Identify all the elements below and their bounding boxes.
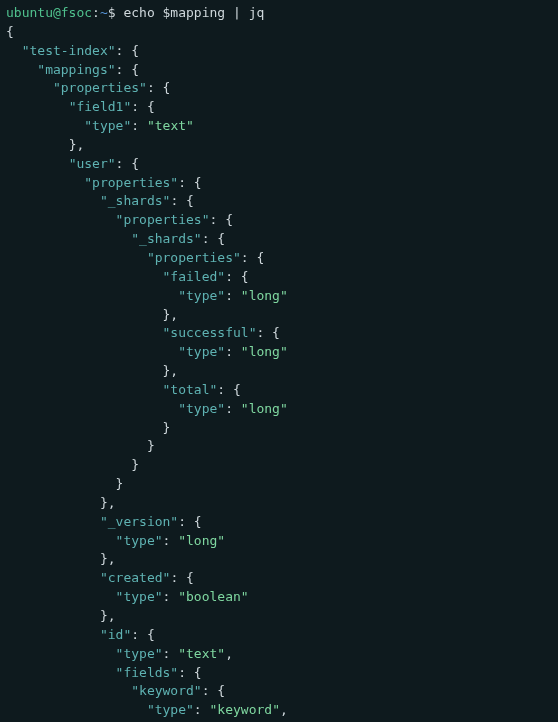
json-punct: : { <box>210 212 233 227</box>
json-punct: }, <box>100 608 116 623</box>
json-line: }, <box>6 306 552 325</box>
json-string: "long" <box>241 401 288 416</box>
json-punct: : { <box>217 382 240 397</box>
json-line: "properties": { <box>6 174 552 193</box>
json-line: "test-index": { <box>6 42 552 61</box>
json-string: "text" <box>178 646 225 661</box>
json-punct: } <box>131 457 139 472</box>
json-line: "user": { <box>6 155 552 174</box>
json-string: "long" <box>241 344 288 359</box>
json-string: "keyword" <box>210 702 280 717</box>
json-punct: : <box>225 344 241 359</box>
json-punct: : <box>225 288 241 303</box>
json-key: "_shards" <box>131 231 201 246</box>
json-line: "type": "text" <box>6 117 552 136</box>
json-line: } <box>6 437 552 456</box>
json-line: "_shards": { <box>6 192 552 211</box>
json-punct: : { <box>147 80 170 95</box>
json-punct: }, <box>163 307 179 322</box>
json-output: { "test-index": { "mappings": { "propert… <box>6 23 552 720</box>
json-line: "type": "long" <box>6 532 552 551</box>
json-key: "created" <box>100 570 170 585</box>
json-string: "boolean" <box>178 589 248 604</box>
json-punct: : { <box>170 570 193 585</box>
json-line: "failed": { <box>6 268 552 287</box>
json-line: "_shards": { <box>6 230 552 249</box>
json-key: "type" <box>116 589 163 604</box>
json-line: } <box>6 456 552 475</box>
prompt-line: ubuntu@fsoc:~$ echo $mapping | jq <box>6 4 552 23</box>
prompt-user-host: ubuntu@fsoc <box>6 5 92 20</box>
json-punct: : <box>163 589 179 604</box>
json-string: "text" <box>147 118 194 133</box>
json-line: }, <box>6 607 552 626</box>
json-key: "_shards" <box>100 193 170 208</box>
json-punct: : { <box>178 514 201 529</box>
json-key: "test-index" <box>22 43 116 58</box>
json-line: "created": { <box>6 569 552 588</box>
prompt-sep: : <box>92 5 100 20</box>
terminal[interactable]: ubuntu@fsoc:~$ echo $mapping | jq { "tes… <box>6 4 552 720</box>
json-line: "type": "long" <box>6 287 552 306</box>
json-key: "type" <box>147 702 194 717</box>
json-string: "long" <box>178 533 225 548</box>
json-key: "type" <box>116 533 163 548</box>
json-key: "successful" <box>163 325 257 340</box>
json-line: "type": "boolean" <box>6 588 552 607</box>
json-line: "keyword": { <box>6 682 552 701</box>
json-punct: : { <box>178 175 201 190</box>
json-key: "keyword" <box>131 683 201 698</box>
json-line: "type": "keyword", <box>6 701 552 720</box>
json-punct: : <box>131 118 147 133</box>
json-line: "properties": { <box>6 249 552 268</box>
json-line: "mappings": { <box>6 61 552 80</box>
json-punct: } <box>147 438 155 453</box>
json-key: "user" <box>69 156 116 171</box>
json-punct: : { <box>178 665 201 680</box>
json-key: "_version" <box>100 514 178 529</box>
json-line: "successful": { <box>6 324 552 343</box>
json-punct: : <box>163 533 179 548</box>
json-key: "properties" <box>147 250 241 265</box>
json-punct: : { <box>241 250 264 265</box>
json-line: "type": "text", <box>6 645 552 664</box>
json-punct: }, <box>69 137 85 152</box>
json-key: "field1" <box>69 99 132 114</box>
json-line: }, <box>6 494 552 513</box>
json-line: } <box>6 475 552 494</box>
json-key: "type" <box>84 118 131 133</box>
json-punct: }, <box>100 495 116 510</box>
json-punct: : <box>163 646 179 661</box>
json-punct: : { <box>202 683 225 698</box>
json-punct: { <box>6 24 14 39</box>
json-line: "properties": { <box>6 211 552 230</box>
json-line: "properties": { <box>6 79 552 98</box>
json-punct: }, <box>163 363 179 378</box>
json-punct: : { <box>225 269 248 284</box>
json-line: "_version": { <box>6 513 552 532</box>
json-line: }, <box>6 136 552 155</box>
json-punct: : { <box>256 325 279 340</box>
json-key: "fields" <box>116 665 179 680</box>
json-punct: } <box>163 420 171 435</box>
json-punct: : { <box>116 62 139 77</box>
json-punct: : <box>225 401 241 416</box>
json-punct: : { <box>170 193 193 208</box>
json-line: { <box>6 23 552 42</box>
json-punct: : <box>194 702 210 717</box>
json-string: "long" <box>241 288 288 303</box>
json-line: "id": { <box>6 626 552 645</box>
json-line: "fields": { <box>6 664 552 683</box>
json-key: "id" <box>100 627 131 642</box>
command-text: echo $mapping | jq <box>123 5 264 20</box>
json-key: "total" <box>163 382 218 397</box>
json-line: "field1": { <box>6 98 552 117</box>
json-key: "type" <box>178 288 225 303</box>
json-line: } <box>6 419 552 438</box>
json-line: }, <box>6 362 552 381</box>
json-key: "properties" <box>116 212 210 227</box>
json-punct: : { <box>202 231 225 246</box>
json-key: "type" <box>116 646 163 661</box>
json-punct: , <box>280 702 288 717</box>
json-punct: } <box>116 476 124 491</box>
